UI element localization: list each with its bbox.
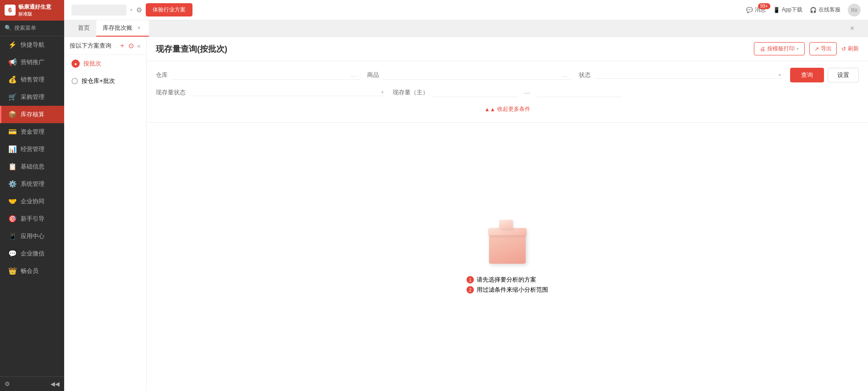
status-select-wrapper[interactable]: ▾ [594,71,783,79]
stock-qty-dash: — [522,89,533,96]
box-body [489,234,526,264]
left-panel-header: 按以下方案查询 ＋ ⊙ « [64,37,146,55]
empty-illustration [480,218,535,268]
industry-solution-button[interactable]: 体验行业方案 [146,3,192,16]
hint-num-2: 2 [467,286,474,293]
scheme-settings-icon[interactable]: ⊙ [128,42,134,50]
wechat-label: 企业微信 [21,250,44,258]
app-download-button[interactable]: 📱 App下载 [773,6,802,14]
sidebar-item-enterprise[interactable]: 🤝 企业协同 [0,193,64,210]
purchase-label: 采购管理 [21,93,44,101]
vip-label: 畅会员 [21,267,38,275]
online-service-button[interactable]: 🎧 在线客服 [810,6,841,14]
sidebar-header: 6 畅康通好生意 标准版 [0,0,64,21]
product-label: 商品 [367,71,379,79]
scheme-label-by-warehouse-batch: 按仓库+批次 [82,77,115,85]
sidebar-item-inventory[interactable]: 📦 库存核算 [0,106,64,123]
stock-status-label: 现存量状态 [156,88,186,97]
page-title: 现存量查询(按批次) [156,43,227,54]
sidebar-item-sales[interactable]: 💰 销售管理 [0,71,64,88]
tab-close-icon[interactable]: × [135,24,143,32]
warehouse-input[interactable] [173,71,349,78]
sidebar-item-app-center[interactable]: 📱 应用中心 [0,228,64,245]
operations-icon: 📊 [8,145,17,153]
export-button[interactable]: ↗ 导出 [809,42,837,55]
topbar: ▾ ⚙ 体验行业方案 💬 消息 99+ 📱 App下载 🎧 在线客服 Rit [64,0,868,20]
print-button[interactable]: 🖨 按模板打印 ▾ [754,42,805,55]
refresh-label: 刷新 [848,45,859,53]
stock-qty-max-wrapper[interactable] [537,88,622,97]
stock-qty-min-input[interactable] [434,89,516,96]
warehouse-more-icon[interactable]: … [349,72,358,78]
newbie-icon: 🎯 [8,215,17,223]
print-label: 按模板打印 [767,45,795,53]
topbar-left: ▾ ⚙ 体验行业方案 [71,3,742,16]
empty-hint-1: 1 请先选择要分析的方案 [467,276,548,284]
tab-close-right-icon[interactable]: × [844,21,861,36]
search-icon: 🔍 [5,25,11,31]
add-scheme-button[interactable]: ＋ [119,41,126,50]
filter-row-2: 现存量状态 ▾ 现存量（主） — [156,88,859,97]
print-icon: 🖨 [760,46,765,52]
tab-inventory-batch[interactable]: 库存批次账 × [96,20,149,37]
collapse-panel-icon[interactable]: « [137,42,141,49]
stock-qty-max-input[interactable] [538,89,621,96]
vip-icon: 👑 [8,267,17,275]
search-dropdown-icon[interactable]: ▾ [130,7,132,12]
wechat-icon: 💬 [8,250,17,258]
scheme-item-by-batch[interactable]: ● 按批次 [64,55,146,72]
message-icon: 💬 [746,7,753,13]
sidebar-item-quick-nav[interactable]: ⚡ 快捷导航 [0,36,64,54]
scheme-item-by-warehouse-batch[interactable]: 按仓库+批次 [64,72,146,90]
product-input[interactable] [385,71,560,78]
system-label: 系统管理 [21,180,44,188]
footer-collapse-icon[interactable]: ◀◀ [50,380,60,387]
user-profile[interactable]: Rit [848,4,861,16]
product-more-icon[interactable]: … [560,72,570,78]
operations-label: 经营管理 [21,145,44,153]
export-label: 导出 [821,45,832,53]
stock-status-select-wrapper[interactable]: ▾ [189,89,385,96]
sidebar-item-newbie[interactable]: 🎯 新手引导 [0,210,64,228]
system-icon: ⚙️ [8,180,17,188]
collapse-label: 收起更多条件 [497,105,530,113]
topbar-gear-icon[interactable]: ⚙ [136,6,142,14]
empty-hints-block: 1 请先选择要分析的方案 2 用过滤条件来缩小分析范围 [467,276,548,296]
tab-home[interactable]: 首页 [71,20,96,37]
print-dropdown-icon: ▾ [797,46,799,51]
sidebar-item-wechat[interactable]: 💬 企业微信 [0,245,64,262]
warehouse-field: 仓库 … [156,71,360,80]
stock-qty-min-wrapper[interactable] [432,88,518,97]
message-button[interactable]: 💬 消息 99+ [746,6,766,14]
sidebar-item-marketing[interactable]: 📢 营销推广 [0,54,64,71]
warehouse-input-wrapper[interactable]: … [171,71,360,80]
sidebar-item-basic[interactable]: 📋 基础信息 [0,158,64,175]
sidebar-search[interactable]: 🔍 搜索菜单 [0,21,64,36]
sidebar-item-finance[interactable]: 💳 资金管理 [0,123,64,141]
scheme-icon-active: ● [71,60,80,68]
sidebar-item-system[interactable]: ⚙️ 系统管理 [0,175,64,193]
main-area: ▾ ⚙ 体验行业方案 💬 消息 99+ 📱 App下载 🎧 在线客服 Rit [64,0,868,391]
topbar-search-box [71,5,126,16]
empty-hint-2: 2 用过滤条件来缩小分析范围 [467,286,548,294]
tabbar: 首页 库存批次账 × × [64,20,868,37]
query-button[interactable]: 查询 [790,68,824,82]
footer-gear-icon[interactable]: ⚙ [5,380,10,387]
collapse-up-icon: ▲▲ [484,106,495,113]
message-badge: 99+ [758,3,770,9]
sidebar-nav: ⚡ 快捷导航 📢 营销推广 💰 销售管理 🛒 采购管理 📦 库存核算 💳 资金管… [0,36,64,376]
collapse-conditions-button[interactable]: ▲▲ 收起更多条件 [156,103,859,116]
sidebar-item-vip[interactable]: 👑 畅会员 [0,262,64,280]
refresh-button[interactable]: ↺ 刷新 [841,45,859,53]
sidebar-item-operations[interactable]: 📊 经营管理 [0,141,64,158]
app-edition: 标准版 [18,11,51,17]
box-item [499,220,513,229]
sidebar-footer: ⚙ ◀◀ [0,376,64,391]
enterprise-icon: 🤝 [8,197,17,206]
scheme-label-by-batch: 按批次 [83,60,101,68]
left-panel-title: 按以下方案查询 [70,42,111,50]
settings-button[interactable]: 设置 [828,68,859,82]
hint-text-1: 请先选择要分析的方案 [477,276,536,284]
sidebar-item-purchase[interactable]: 🛒 采购管理 [0,88,64,106]
product-input-wrapper[interactable]: … [383,71,571,80]
